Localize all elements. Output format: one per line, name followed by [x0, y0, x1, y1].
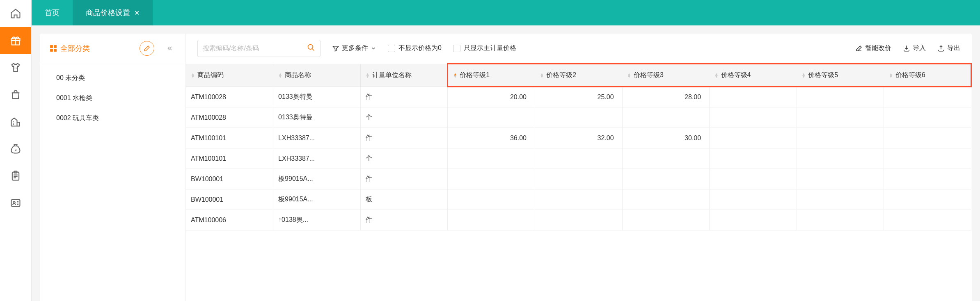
cell-unit: 件: [360, 210, 448, 230]
chevron-down-icon: [371, 46, 376, 51]
action-label: 智能改价: [865, 44, 891, 52]
search-input[interactable]: [203, 45, 307, 52]
smart-change-button[interactable]: 智能改价: [855, 44, 891, 52]
cell-price4[interactable]: [710, 189, 797, 210]
collapse-panel-button[interactable]: [164, 45, 176, 52]
nav-shirt[interactable]: S: [0, 54, 31, 81]
th-label: 价格等级2: [546, 71, 576, 78]
cell-price6[interactable]: [884, 169, 971, 189]
cell-price2[interactable]: [535, 210, 622, 230]
cell-name: LXH33387...: [273, 148, 361, 169]
cell-price6[interactable]: [884, 189, 971, 210]
cell-price2[interactable]: 32.00: [535, 128, 622, 148]
nav-warehouse[interactable]: [0, 108, 31, 135]
nav-reports[interactable]: [0, 162, 31, 189]
cell-price5[interactable]: [797, 148, 884, 169]
category-item[interactable]: 0002 玩具车类: [40, 108, 185, 128]
nav-orders[interactable]: [0, 81, 31, 108]
cell-price4[interactable]: [710, 107, 797, 128]
cell-name: 板99015A...: [273, 169, 361, 189]
th-price5[interactable]: ▲▼价格等级5: [797, 64, 884, 87]
cell-price3[interactable]: 30.00: [622, 128, 710, 148]
cell-price2[interactable]: 25.00: [535, 87, 622, 107]
cell-price5[interactable]: [797, 189, 884, 210]
nav-finance[interactable]: ¥: [0, 135, 31, 162]
th-label: 计量单位名称: [372, 71, 412, 78]
table-row[interactable]: ATM100006↑0138奥...件: [186, 210, 971, 230]
tab-price-settings[interactable]: 商品价格设置 ✕: [73, 0, 153, 25]
cell-unit: 件: [360, 128, 448, 148]
th-price3[interactable]: ▲▼价格等级3: [622, 64, 710, 87]
cell-price2[interactable]: [535, 107, 622, 128]
category-title[interactable]: 全部分类: [50, 43, 90, 53]
cell-price3[interactable]: [622, 189, 710, 210]
edit-category-button[interactable]: [140, 41, 154, 56]
cell-code: ATM100101: [186, 128, 273, 148]
th-price1[interactable]: ▲▼价格等级1: [448, 64, 535, 87]
cell-price1[interactable]: [448, 169, 535, 189]
tab-home[interactable]: 首页: [32, 0, 73, 25]
th-price6[interactable]: ▲▼价格等级6: [884, 64, 971, 87]
cell-price4[interactable]: [710, 169, 797, 189]
cell-price3[interactable]: [622, 107, 710, 128]
grid-icon: [50, 45, 57, 52]
cell-price6[interactable]: [884, 128, 971, 148]
table-row[interactable]: BW100001板99015A...板: [186, 189, 971, 210]
cell-price3[interactable]: [622, 148, 710, 169]
cell-price1[interactable]: [448, 107, 535, 128]
nav-contacts[interactable]: [0, 189, 31, 217]
cell-price2[interactable]: [535, 148, 622, 169]
th-price4[interactable]: ▲▼价格等级4: [710, 64, 797, 87]
cell-unit: 板: [360, 189, 448, 210]
table-row[interactable]: BW100001板99015A...件: [186, 169, 971, 189]
cell-price6[interactable]: [884, 210, 971, 230]
cell-price5[interactable]: [797, 169, 884, 189]
cell-price4[interactable]: [710, 87, 797, 107]
cell-price3[interactable]: 28.00: [622, 87, 710, 107]
th-price2[interactable]: ▲▼价格等级2: [535, 64, 622, 87]
nav-home[interactable]: [0, 0, 31, 27]
search-icon[interactable]: [307, 43, 315, 53]
th-label: 价格等级6: [895, 71, 925, 78]
cell-price1[interactable]: [448, 210, 535, 230]
table-row[interactable]: ATM100101LXH33387...个: [186, 148, 971, 169]
sidebar-icon-rail: S ¥: [0, 0, 32, 301]
cell-price4[interactable]: [710, 210, 797, 230]
cell-price2[interactable]: [535, 189, 622, 210]
cell-price5[interactable]: [797, 87, 884, 107]
th-unit[interactable]: ▲▼计量单位名称: [360, 64, 448, 87]
cell-price1[interactable]: [448, 148, 535, 169]
category-item[interactable]: 0001 水枪类: [40, 88, 185, 108]
cell-price1[interactable]: 20.00: [448, 87, 535, 107]
search-input-wrap[interactable]: [197, 40, 321, 57]
cell-price3[interactable]: [622, 169, 710, 189]
cell-price6[interactable]: [884, 107, 971, 128]
cell-price1[interactable]: 36.00: [448, 128, 535, 148]
cell-price4[interactable]: [710, 128, 797, 148]
th-name[interactable]: ▲▼商品名称: [273, 64, 361, 87]
th-code[interactable]: ▲▼商品编码: [186, 64, 273, 87]
cell-price5[interactable]: [797, 210, 884, 230]
cell-price6[interactable]: [884, 148, 971, 169]
nav-products[interactable]: [0, 27, 31, 54]
export-button[interactable]: 导出: [937, 44, 960, 52]
table-row[interactable]: ATM1000280133奥特曼个: [186, 107, 971, 128]
more-conditions-button[interactable]: 更多条件: [332, 44, 376, 52]
import-button[interactable]: 导入: [903, 44, 926, 52]
category-panel: 全部分类 00 未分类 0001 水枪类 0002 玩具车类: [40, 34, 185, 301]
cell-price1[interactable]: [448, 189, 535, 210]
cell-price6[interactable]: [884, 87, 971, 107]
cell-price2[interactable]: [535, 169, 622, 189]
hide-zero-price-checkbox[interactable]: 不显示价格为0: [388, 44, 442, 52]
cell-price3[interactable]: [622, 210, 710, 230]
cell-price4[interactable]: [710, 148, 797, 169]
category-item[interactable]: 00 未分类: [40, 68, 185, 88]
cell-price5[interactable]: [797, 128, 884, 148]
toolbar: 更多条件 不显示价格为0 只显示主计量价格 智能改价: [186, 34, 972, 63]
main-unit-only-checkbox[interactable]: 只显示主计量价格: [453, 44, 516, 52]
svg-rect-11: [54, 49, 57, 52]
close-icon[interactable]: ✕: [134, 9, 140, 17]
cell-price5[interactable]: [797, 107, 884, 128]
table-row[interactable]: ATM100101LXH33387...件36.0032.0030.00: [186, 128, 971, 148]
table-row[interactable]: ATM1000280133奥特曼件20.0025.0028.00: [186, 87, 971, 107]
